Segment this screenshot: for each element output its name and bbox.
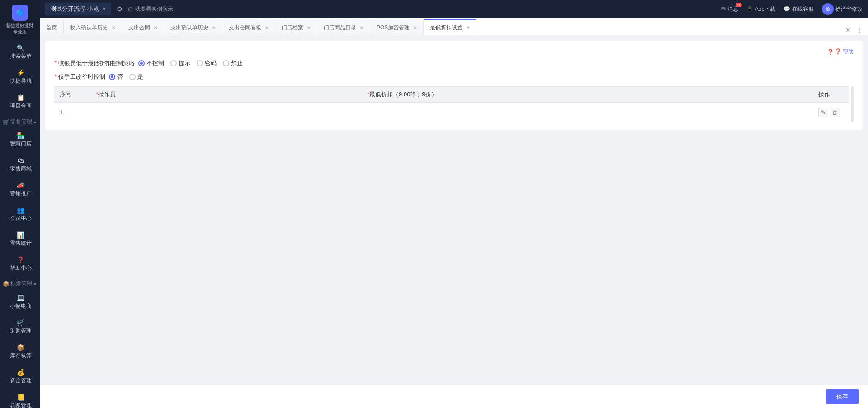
sidebar-item-retail-stats[interactable]: 📊 零售统计 (0, 227, 40, 252)
option-no[interactable]: 否 (109, 73, 123, 81)
tab-min-discount[interactable]: 最低折扣设置 ✕ (424, 19, 476, 35)
app-download-button[interactable]: 📱 App下载 (746, 5, 775, 13)
sidebar-item-shortcut[interactable]: ⚡ 快捷导航 (0, 65, 40, 89)
option-remind[interactable]: 提示 (170, 59, 190, 67)
option-yes[interactable]: 是 (129, 73, 143, 81)
tab-store-file[interactable]: 门店档案 ✕ (275, 19, 317, 35)
table-row: 1 ✎ 🗑 (54, 103, 849, 122)
sidebar-item-finance[interactable]: 💰 资金管理 (0, 364, 40, 389)
tab-label: 首页 (46, 24, 57, 32)
tab-store-products[interactable]: 门店商品目录 ✕ (317, 19, 370, 35)
sidebar-item-label: 小畅电商 (1, 302, 40, 310)
sidebar-item-help[interactable]: ❓ 帮助中心 (0, 252, 40, 277)
sidebar-item-ledger[interactable]: 📒 总账管理 (0, 389, 40, 408)
sidebar-item-label: 采购管理 (1, 327, 40, 335)
option-forbid[interactable]: 禁止 (223, 59, 243, 67)
project-name: 测试分开流程-小览 (50, 5, 99, 13)
radio-password[interactable] (197, 60, 203, 66)
edit-row-button[interactable]: ✎ (818, 108, 828, 117)
service-icon: 💬 (783, 6, 790, 12)
help-icon: ❓ (1, 256, 40, 263)
radio-no[interactable] (109, 74, 115, 80)
tab-income-history[interactable]: 收入确认单历史 ✕ (64, 19, 122, 35)
discount-policy-label: * 收银员低于最低折扣控制策略 (54, 59, 135, 67)
option-no-control[interactable]: 不控制 (138, 59, 164, 67)
tab-label: POS加密管理 (377, 24, 410, 32)
cell-action: ✎ 🗑 (813, 103, 849, 122)
smart-store-icon: 🏪 (1, 132, 40, 139)
sidebar-item-retail[interactable]: 🛒 零售管理 ▲ (0, 114, 40, 127)
sidebar-item-smart-store[interactable]: 🏪 智慧门店 (0, 127, 40, 152)
sidebar-item-batch[interactable]: 📦 批发管理 ▼ (0, 277, 40, 290)
close-icon[interactable]: ✕ (413, 25, 417, 30)
table-scrollbar[interactable] (851, 86, 854, 122)
demo-link[interactable]: ◎ 我要看实例演示 (128, 5, 173, 13)
tab-label: 门店商品目录 (324, 24, 356, 32)
tab-pos-password[interactable]: POS加密管理 ✕ (370, 19, 424, 35)
tab-label: 支出合同看板 (229, 24, 261, 32)
close-icon[interactable]: ✕ (112, 25, 115, 30)
ledger-icon: 📒 (1, 394, 40, 401)
chevron-icon: ▼ (102, 7, 106, 12)
close-tab-button[interactable]: ✕ (844, 26, 853, 35)
cell-operator (90, 103, 362, 122)
radio-remind[interactable] (170, 60, 177, 66)
sidebar-item-contract[interactable]: 📋 项目合同 (0, 89, 40, 114)
help-link[interactable]: ❓ ❓ 帮助 (827, 48, 854, 56)
chevron-down-icon2: ▼ (33, 282, 37, 286)
manual-options: 否 是 (109, 73, 143, 81)
table-wrap: 序号 *操作员 *最低折扣（9.00等于9折） 操作 (54, 86, 854, 122)
tab-label: 支出确认单历史 (170, 24, 208, 32)
radio-no-control[interactable] (138, 60, 145, 66)
close-icon[interactable]: ✕ (360, 25, 363, 30)
topbar-settings-icon[interactable]: ⚙ (117, 5, 123, 13)
help-icon: ❓ (827, 49, 834, 55)
tab-payment-confirm[interactable]: 支出确认单历史 ✕ (164, 19, 222, 35)
sidebar-item-label: 快捷导航 (1, 77, 40, 85)
close-icon[interactable]: ✕ (212, 25, 216, 30)
close-icon[interactable]: ✕ (307, 25, 311, 30)
radio-forbid[interactable] (223, 60, 229, 66)
project-selector[interactable]: 测试分开流程-小览 ▼ (45, 3, 111, 15)
more-tabs-button[interactable]: ⋮ (854, 26, 864, 35)
sidebar-item-marketing[interactable]: 📣 营销推广 (0, 177, 40, 202)
sidebar-item-member[interactable]: 👥 会员中心 (0, 202, 40, 227)
tabs-controls: ✕ ⋮ (844, 26, 868, 35)
option-password[interactable]: 密码 (197, 59, 217, 67)
marketing-icon: 📣 (1, 182, 40, 189)
page-content: ❓ ❓ 帮助 * 收银员低于最低折扣控制策略 不控制 提示 (40, 35, 868, 385)
sidebar-item-purchase[interactable]: 🛒 采购管理 (0, 314, 40, 339)
close-icon[interactable]: ✕ (154, 25, 157, 30)
col-seq: 序号 (54, 87, 90, 103)
settings-card: ❓ ❓ 帮助 * 收银员低于最低折扣控制策略 不控制 提示 (45, 41, 863, 130)
required-star: * (54, 60, 57, 66)
tab-label: 支出合同 (128, 24, 150, 32)
tab-label: 最低折扣设置 (430, 24, 462, 32)
sidebar-item-search[interactable]: 🔍 搜索菜单 (0, 40, 40, 65)
delete-row-button[interactable]: 🗑 (830, 108, 840, 117)
save-button[interactable]: 保存 (826, 389, 859, 404)
logo-name: 畅捷通好业财 (6, 23, 33, 29)
tab-payment-board[interactable]: 支出合同看板 ✕ (222, 19, 275, 35)
cell-min-discount (362, 103, 813, 122)
close-icon[interactable]: ✕ (466, 25, 470, 30)
table-container: 序号 *操作员 *最低折扣（9.00等于9折） 操作 (54, 86, 854, 122)
sidebar-item-online-store[interactable]: 🛍 零售商城 (0, 152, 40, 177)
online-service-button[interactable]: 💬 在线客服 (783, 5, 814, 13)
sidebar-item-inventory[interactable]: 📦 库存核算 (0, 339, 40, 364)
user-profile[interactable]: 徐 徐泽华修改 (822, 3, 863, 15)
tab-home[interactable]: 首页 (40, 19, 64, 35)
close-icon[interactable]: ✕ (265, 25, 269, 30)
main-area: 测试分开流程-小览 ▼ ⚙ ◎ 我要看实例演示 ✉ 消息 8 📱 App下载 💬… (40, 0, 868, 408)
message-button[interactable]: ✉ 消息 8 (721, 5, 738, 13)
purchase-icon: 🛒 (1, 319, 40, 326)
sidebar-item-label: 库存核算 (1, 352, 40, 360)
logo-icon: 🔷 (12, 5, 28, 21)
tab-payment-contract[interactable]: 支出合同 ✕ (122, 19, 164, 35)
radio-yes[interactable] (129, 74, 136, 80)
sidebar: 🔷 畅捷通好业财 专业版 🔍 搜索菜单 ⚡ 快捷导航 📋 项目合同 🛒 零售管理… (0, 0, 40, 408)
option-label: 不控制 (146, 59, 164, 67)
help-text: ❓ 帮助 (835, 48, 854, 56)
col-action: 操作 (813, 87, 849, 103)
sidebar-item-ecommerce[interactable]: 💻 小畅电商 (0, 290, 40, 314)
